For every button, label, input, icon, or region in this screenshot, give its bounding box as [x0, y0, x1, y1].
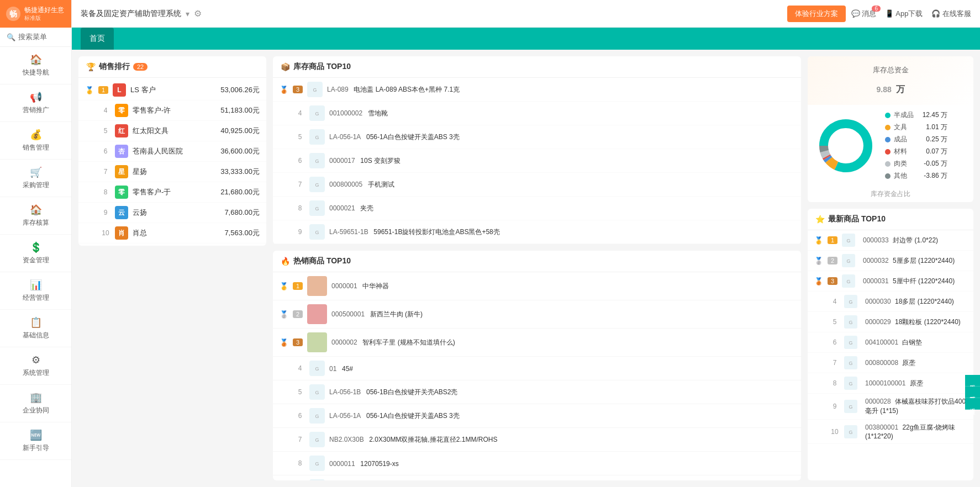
sidebar-item-guide[interactable]: 🆕 新手引导: [0, 422, 71, 460]
marketing-icon: 📢: [30, 91, 42, 103]
legend-value: 0.07 万: [917, 147, 947, 156]
product-code: LA-089: [327, 86, 349, 93]
product-thumbnail: G: [844, 356, 857, 369]
medal-icon: 🥇: [280, 282, 288, 290]
product-code: NB2.0X30B: [329, 436, 364, 443]
trophy-icon: 🏆: [86, 62, 96, 71]
product-code: 0000032: [863, 257, 889, 264]
product-name: 5厘中纤 (1220*2440): [893, 277, 955, 285]
sidebar-item-quick-nav[interactable]: 🏠 快捷导航: [0, 47, 71, 84]
list-item: 🥉 3 G 0000031 5厘中纤 (1220*2440): [808, 271, 973, 292]
app-download-button[interactable]: 📱 App下载: [885, 9, 923, 19]
new-products-list: 🥇 1 G 0000033 封边带 (1.0*22) 🥈 2 G 0000032…: [808, 230, 973, 444]
svg-text:G: G: [846, 279, 850, 284]
float-customer-service[interactable]: 客服热线: [965, 375, 980, 387]
list-item: 9 G KK-SD22110H 花语萌僵温分腿睡袋 (厚款): [273, 475, 801, 480]
star-icon: ⭐: [815, 215, 825, 224]
product-thumbnail: G: [309, 479, 325, 480]
product-code: LA-056-1A: [329, 412, 361, 420]
medal-icon: 🥉: [814, 277, 823, 285]
product-code: 0000029: [865, 318, 891, 326]
content-area: 🏆 销售排行 22 🥇 1 L LS 客户 53,006.26元 4 零 零售客…: [72, 50, 980, 487]
product-image: [307, 304, 327, 324]
list-item: 4 零 零售客户-许 51,183.00元: [78, 100, 266, 121]
product-image: [307, 332, 327, 352]
svg-text:G: G: [315, 158, 319, 164]
product-code: 004100001: [865, 338, 898, 346]
sidebar-item-system[interactable]: ⚙ 系统管理: [0, 347, 71, 385]
enterprise-icon: 🏢: [30, 391, 42, 404]
message-button[interactable]: 💬 消息 6: [851, 9, 877, 19]
gear-icon[interactable]: ⚙: [194, 8, 202, 19]
product-code: 0000002: [331, 338, 357, 346]
main-area: 装备及固定资产辅助管理系统 ▾ ⚙ 体验行业方案 💬 消息 6 📱 App下载 …: [72, 0, 980, 487]
product-code: 000500001: [331, 310, 365, 318]
sidebar-item-operations[interactable]: 📊 经营管理: [0, 272, 71, 310]
list-item: 7 G 000800005 手机测试: [273, 173, 801, 197]
trial-button[interactable]: 体验行业方案: [787, 6, 846, 22]
list-item: 8 G 10000100001 原垄: [808, 373, 973, 394]
product-thumbnail: G: [309, 153, 325, 168]
legend-label: 成品: [894, 135, 914, 144]
product-code: LA-056-1B: [329, 388, 361, 396]
sidebar-item-purchase[interactable]: 🛒 采购管理: [0, 160, 71, 197]
dropdown-arrow-icon[interactable]: ▾: [186, 9, 189, 18]
product-name: 电池盖 LA-089 ABS本色+黑种 7.1克: [354, 86, 460, 93]
product-info: 0000032 5厘多层 (1220*2440): [863, 256, 967, 266]
svg-text:G: G: [849, 320, 852, 325]
list-item: 5 G LA-056-1B 056-1B白色按键开关壳ABS2壳: [273, 380, 801, 404]
list-item: 4 G 001000002 雪地靴: [273, 102, 801, 125]
svg-text:G: G: [315, 230, 319, 235]
product-code: 0000021: [329, 204, 355, 212]
product-thumbnail: G: [309, 200, 325, 216]
sidebar-item-finance[interactable]: 💲 资金管理: [0, 235, 71, 272]
sidebar-item-sales[interactable]: 💰 销售管理: [0, 122, 71, 160]
amount: 40,925.00元: [220, 126, 260, 136]
product-info: 001000002 雪地靴: [329, 109, 794, 118]
sidebar-item-marketing[interactable]: 📢 营销推广: [0, 84, 71, 122]
sidebar-item-base-info[interactable]: 📋 基础信息: [0, 310, 71, 347]
sidebar-logo-text: 畅捷通好生意 标准版: [24, 6, 64, 22]
list-item: 5 红 红太阳文具 40,925.00元: [78, 121, 266, 141]
product-info: 0000028 体械嘉枝味苏打饮品400毫升 (1*15): [865, 397, 967, 416]
product-name: 056-1A白色按键开关盖ABS 3壳: [366, 412, 460, 420]
product-name: 新西兰牛肉 (新牛): [370, 310, 423, 318]
search-menu[interactable]: 🔍 搜索菜单: [0, 28, 71, 47]
product-code: LA-59651-1B: [329, 228, 368, 236]
online-service-button[interactable]: 🎧 在线客服: [931, 9, 971, 19]
mid-panel: 📦 库存商品 TOP10 🥉 3 G LA-089 电池盖 LA-089 ABS…: [273, 56, 801, 480]
product-info: 0000002 智利车子里 (规格不知道填什么): [331, 338, 794, 347]
left-panel: 🏆 销售排行 22 🥇 1 L LS 客户 53,006.26元 4 零 零售客…: [78, 56, 266, 480]
product-thumbnail: G: [309, 105, 325, 121]
product-info: 0000011 12070519-xs: [329, 459, 794, 468]
product-name: 白钢垫: [902, 338, 922, 346]
sales-rank-header: 🏆 销售排行 22: [78, 56, 266, 78]
float-live[interactable]: 直播: [965, 398, 980, 410]
list-item: 🥇 1 0000001 中华神器: [273, 272, 801, 300]
base-info-icon: 📋: [30, 316, 42, 329]
legend-label: 材料: [894, 147, 914, 156]
list-item: 9 G LA-59651-1B 59651-1B旋转投影灯电池盒ABS黑色+58…: [273, 220, 801, 244]
avatar: 零: [115, 104, 128, 117]
amount: 36,600.00元: [220, 146, 260, 156]
svg-text:G: G: [315, 414, 319, 419]
product-code: 0000028: [865, 398, 891, 405]
tab-home[interactable]: 首页: [81, 28, 114, 50]
legend-value: 0.25 万: [917, 135, 947, 144]
customer-name: 零售客户-许: [133, 105, 216, 115]
sidebar-item-inventory[interactable]: 🏠 库存核算: [0, 197, 71, 235]
float-community[interactable]: 服务社区: [965, 387, 980, 398]
new-products-header: ⭐ 最新商品 TOP10: [808, 209, 973, 230]
list-item: 4 G 0000030 18多层 (1220*2440): [808, 292, 973, 312]
legend-label: 其他: [894, 171, 914, 181]
amount: 7,563.00元: [224, 228, 260, 238]
legend-value: 1.01 万: [917, 123, 947, 132]
product-image: [307, 276, 327, 296]
avatar: 红: [115, 124, 128, 137]
sidebar-item-enterprise[interactable]: 🏢 企业协同: [0, 385, 71, 422]
svg-text:G: G: [849, 381, 852, 387]
inventory-summary-card: 库存总资金 9.88 万: [808, 56, 973, 202]
operations-icon: 📊: [30, 279, 42, 291]
product-name: 056-1A白色按键开关盖ABS 3壳: [366, 133, 460, 141]
list-item: 7 G 000800008 原垄: [808, 353, 973, 373]
